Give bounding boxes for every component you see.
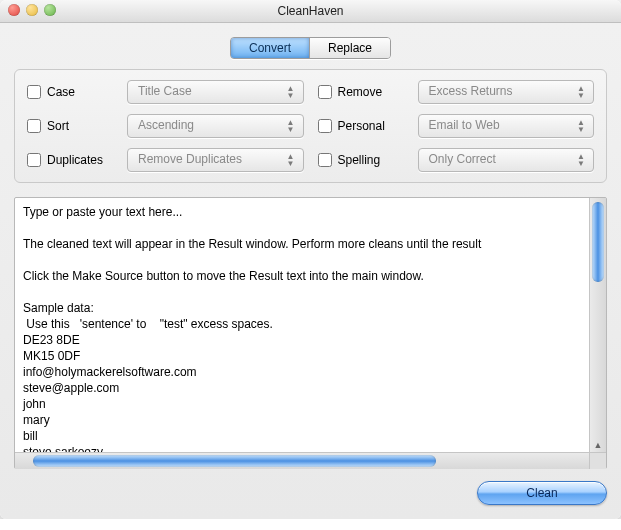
select-duplicates[interactable]: Remove Duplicates ▲▼ bbox=[127, 148, 304, 172]
checkbox-spelling[interactable]: Spelling bbox=[318, 153, 404, 167]
select-sort[interactable]: Ascending ▲▼ bbox=[127, 114, 304, 138]
select-spelling-value: Only Correct bbox=[429, 152, 496, 166]
checkbox-personal[interactable]: Personal bbox=[318, 119, 404, 133]
footer: Clean bbox=[14, 481, 607, 505]
checkbox-sort[interactable]: Sort bbox=[27, 119, 113, 133]
main-textarea[interactable]: Type or paste your text here... The clea… bbox=[15, 198, 589, 468]
window-body: Convert Replace Case Title Case ▲▼ Remov… bbox=[0, 23, 621, 519]
checkbox-spelling-label: Spelling bbox=[338, 153, 381, 167]
updown-icon: ▲▼ bbox=[283, 117, 299, 135]
checkbox-duplicates[interactable]: Duplicates bbox=[27, 153, 113, 167]
tab-bar: Convert Replace bbox=[14, 37, 607, 59]
checkbox-duplicates-label: Duplicates bbox=[47, 153, 103, 167]
tab-convert[interactable]: Convert bbox=[231, 38, 309, 58]
select-remove[interactable]: Excess Returns ▲▼ bbox=[418, 80, 595, 104]
checkbox-spelling-input[interactable] bbox=[318, 153, 332, 167]
updown-icon: ▲▼ bbox=[573, 151, 589, 169]
updown-icon: ▲▼ bbox=[573, 83, 589, 101]
close-icon[interactable] bbox=[8, 4, 20, 16]
titlebar[interactable]: CleanHaven bbox=[0, 0, 621, 23]
select-case[interactable]: Title Case ▲▼ bbox=[127, 80, 304, 104]
select-case-value: Title Case bbox=[138, 84, 192, 98]
tab-replace[interactable]: Replace bbox=[309, 38, 390, 58]
vertical-scrollbar[interactable]: ▲ ▼ bbox=[589, 198, 606, 468]
checkbox-remove[interactable]: Remove bbox=[318, 85, 404, 99]
select-duplicates-value: Remove Duplicates bbox=[138, 152, 242, 166]
scroll-up-icon[interactable]: ▲ bbox=[590, 440, 606, 450]
minimize-icon[interactable] bbox=[26, 4, 38, 16]
updown-icon: ▲▼ bbox=[573, 117, 589, 135]
traffic-lights bbox=[8, 4, 56, 16]
checkbox-personal-label: Personal bbox=[338, 119, 385, 133]
checkbox-personal-input[interactable] bbox=[318, 119, 332, 133]
horizontal-scrollbar[interactable] bbox=[15, 452, 590, 469]
scroll-corner bbox=[589, 452, 606, 469]
select-spelling[interactable]: Only Correct ▲▼ bbox=[418, 148, 595, 172]
checkbox-case-label: Case bbox=[47, 85, 75, 99]
app-window: CleanHaven Convert Replace Case Title Ca… bbox=[0, 0, 621, 519]
select-sort-value: Ascending bbox=[138, 118, 194, 132]
updown-icon: ▲▼ bbox=[283, 151, 299, 169]
checkbox-case[interactable]: Case bbox=[27, 85, 113, 99]
text-area-container: Type or paste your text here... The clea… bbox=[14, 197, 607, 469]
vertical-scroll-thumb[interactable] bbox=[592, 202, 604, 282]
select-personal-value: Email to Web bbox=[429, 118, 500, 132]
checkbox-sort-label: Sort bbox=[47, 119, 69, 133]
zoom-icon[interactable] bbox=[44, 4, 56, 16]
checkbox-remove-input[interactable] bbox=[318, 85, 332, 99]
clean-button[interactable]: Clean bbox=[477, 481, 607, 505]
select-remove-value: Excess Returns bbox=[429, 84, 513, 98]
checkbox-duplicates-input[interactable] bbox=[27, 153, 41, 167]
window-title: CleanHaven bbox=[277, 4, 343, 18]
checkbox-sort-input[interactable] bbox=[27, 119, 41, 133]
options-panel: Case Title Case ▲▼ Remove Excess Returns… bbox=[14, 69, 607, 183]
checkbox-remove-label: Remove bbox=[338, 85, 383, 99]
updown-icon: ▲▼ bbox=[283, 83, 299, 101]
select-personal[interactable]: Email to Web ▲▼ bbox=[418, 114, 595, 138]
horizontal-scroll-thumb[interactable] bbox=[33, 455, 436, 467]
checkbox-case-input[interactable] bbox=[27, 85, 41, 99]
